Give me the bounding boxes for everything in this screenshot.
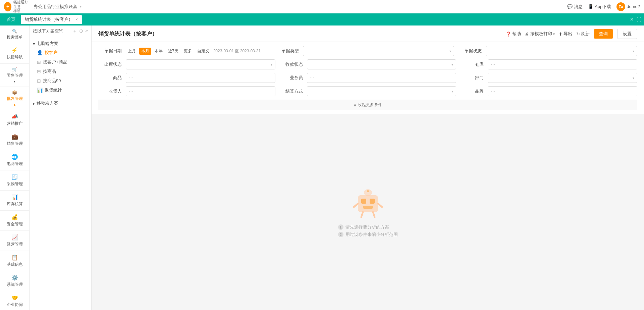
sidebar-item-marketing[interactable]: 📣 营销推广 (0, 110, 29, 130)
out-status-select[interactable]: ▾ (126, 59, 275, 69)
tab-sales-stat[interactable]: 销货单统计表（按客户） × (21, 15, 82, 24)
sidebar-item-basic[interactable]: 📋 基础信息 (0, 251, 29, 271)
scheme-table2-icon: ⊟ (37, 78, 41, 84)
empty-state: 1 请先选择要分析的方案 2 用过滤条件来缩小分析范围 (92, 114, 644, 310)
left-panel: 按以下方案查询 ＋ ⊙ « ▾ 电脑端方案 👤 按客户 ⊞ 按客 (30, 25, 92, 310)
app-download-button[interactable]: 📱 App下载 (588, 4, 611, 10)
settlement-select[interactable]: ▾ (307, 86, 457, 96)
dept-select[interactable]: ▾ (488, 73, 637, 83)
svg-rect-2 (370, 199, 375, 204)
tab-close-icon[interactable]: × (75, 17, 78, 22)
finance-icon: 💰 (11, 214, 18, 220)
wholesale-arrow-icon: ▴ (14, 103, 15, 106)
warehouse-select[interactable]: ··· (488, 59, 637, 69)
content-area: 按以下方案查询 ＋ ⊙ « ▾ 电脑端方案 👤 按客户 ⊞ 按客 (30, 25, 644, 310)
top-bar-right: 💬 消息 📱 App下载 Ea demo2 (567, 2, 640, 11)
sidebar-item-operation[interactable]: 📈 经营管理 (0, 231, 29, 251)
settings-scheme-icon[interactable]: ⊙ (79, 28, 83, 34)
refresh-button[interactable]: ↻ 刷新 (576, 31, 590, 37)
sidebar: 🔍 搜索菜单 ⚡ 快捷导航 🛒 零售管理 ▾ 📦 批发管理 ▴ 📣 营销推广 (0, 25, 30, 310)
collapse-panel-icon[interactable]: « (85, 28, 88, 34)
settings-button[interactable]: 设置 (617, 29, 637, 39)
shortcuts-icon: ⚡ (11, 47, 18, 53)
sidebar-item-search[interactable]: 🔍 搜索菜单 (0, 25, 29, 44)
window-close-icon[interactable]: ✕ (630, 17, 634, 22)
svg-line-5 (378, 204, 382, 207)
date-last-month[interactable]: 上月 (126, 48, 138, 55)
filter-row-4: 收货人 ··· 结算方式 ▾ 品牌 ··· (98, 86, 637, 96)
goods-label: 商品 (98, 75, 122, 81)
logo-icon: ✦ (4, 2, 11, 11)
collapse-icon: ∧ (354, 103, 357, 107)
empty-state-hints: 1 请先选择要分析的方案 2 用过滤条件来缩小分析范围 (338, 224, 398, 239)
brand-select[interactable]: ··· (488, 86, 637, 96)
window-maximize-icon[interactable]: ⛶ (637, 17, 641, 22)
recipient-select[interactable]: ··· (126, 86, 275, 96)
scheme-item-by-customer-goods[interactable]: ⊞ 按客户+商品 (30, 57, 91, 67)
svg-rect-3 (363, 206, 373, 209)
main-layout: 🔍 搜索菜单 ⚡ 快捷导航 🛒 零售管理 ▾ 📦 批发管理 ▴ 📣 营销推广 (0, 25, 644, 310)
scheme-item-return-stat[interactable]: 📊 退货统计 (30, 86, 91, 95)
industry-title: 办公用品行业模拟账套 ▾ (34, 4, 565, 10)
voucher-type-select[interactable]: ▾ (303, 46, 454, 56)
sidebar-item-finance[interactable]: 💰 资金管理 (0, 211, 29, 231)
sidebar-item-system[interactable]: ⚙️ 系统管理 (0, 271, 29, 291)
date-last-7days[interactable]: 近7天 (166, 48, 180, 55)
svg-point-9 (367, 190, 369, 192)
salesperson-select[interactable]: ··· (307, 73, 457, 83)
scheme-group-mobile-header[interactable]: ▸ 移动端方案 (30, 99, 91, 108)
message-button[interactable]: 💬 消息 (567, 4, 583, 10)
payment-status-select[interactable]: ▾ (307, 59, 457, 69)
brand-dots-icon: ··· (491, 88, 495, 94)
svg-line-7 (373, 212, 375, 217)
sidebar-item-shortcuts[interactable]: ⚡ 快捷导航 (0, 44, 29, 64)
svg-line-6 (361, 212, 363, 217)
scheme-chart-icon: 📊 (37, 88, 43, 93)
query-button[interactable]: 查询 (594, 29, 613, 39)
search-icon: 🔍 (12, 29, 17, 34)
sidebar-item-purchase[interactable]: 🧾 采购管理 (0, 170, 29, 191)
collapse-bar[interactable]: ∧ 收起更多条件 (98, 100, 637, 110)
tab-home[interactable]: 首页 (3, 15, 19, 24)
basic-icon: 📋 (11, 254, 18, 261)
date-more[interactable]: 更多 (182, 48, 194, 55)
voucher-type-dropdown-icon: ▾ (449, 49, 451, 53)
settlement-label: 结算方式 (279, 88, 303, 94)
date-control: 上月 本月 本年 近7天 更多 自定义 2023-03-01 至 2023-03… (126, 48, 271, 55)
scheme-table-icon: ⊟ (37, 69, 41, 74)
sidebar-item-ecom[interactable]: 🌐 电商管理 (0, 150, 29, 170)
sidebar-group-wholesale[interactable]: 📦 批发管理 ▴ (0, 87, 29, 110)
date-custom[interactable]: 自定义 (195, 48, 211, 55)
scheme-item-by-goods[interactable]: ⊟ 按商品 (30, 67, 91, 76)
filter-row-2: 出库状态 ▾ 收款状态 ▾ 仓库 ··· (98, 59, 637, 69)
print-button[interactable]: 🖨 按模板打印 ▾ (525, 31, 555, 37)
export-button[interactable]: ⬆ 导出 (559, 31, 572, 37)
svg-rect-1 (361, 199, 366, 204)
print-icon: 🖨 (525, 32, 529, 37)
scheme-group-desktop-header[interactable]: ▾ 电脑端方案 (30, 39, 91, 48)
out-status-label: 出库状态 (98, 61, 122, 67)
date-this-year[interactable]: 本年 (153, 48, 165, 55)
goods-select[interactable]: ··· (126, 73, 275, 83)
date-shortcuts: 上月 本月 本年 近7天 更多 自定义 (126, 48, 211, 55)
user-menu[interactable]: Ea demo2 (616, 2, 640, 11)
add-scheme-icon[interactable]: ＋ (72, 28, 77, 34)
hint-item-1: 1 请先选择要分析的方案 (338, 224, 398, 230)
scheme-item-by-customer[interactable]: 👤 按客户 (30, 48, 91, 57)
system-icon: ⚙️ (11, 274, 18, 281)
industry-dropdown-icon[interactable]: ▾ (80, 5, 82, 8)
settlement-dropdown-icon: ▾ (451, 90, 453, 93)
voucher-status-select[interactable]: ▾ (486, 46, 637, 56)
retail-arrow-icon: ▾ (14, 80, 15, 83)
avatar: Ea (616, 2, 625, 11)
dept-dropdown-icon: ▾ (633, 76, 634, 80)
app-download-icon: 📱 (588, 4, 593, 9)
sidebar-item-sales[interactable]: 💼 销售管理 (0, 130, 29, 150)
date-this-month[interactable]: 本月 (139, 48, 151, 55)
ecom-icon: 🌐 (11, 154, 18, 160)
help-button[interactable]: ❓ 帮助 (506, 31, 521, 37)
scheme-item-by-goods-99[interactable]: ⊟ 按商品99 (30, 76, 91, 86)
sidebar-group-retail[interactable]: 🛒 零售管理 ▾ (0, 64, 29, 87)
sidebar-item-enterprise[interactable]: 🤝 企业协同 (0, 291, 29, 310)
sidebar-item-inventory[interactable]: 📊 库存核算 (0, 191, 29, 211)
